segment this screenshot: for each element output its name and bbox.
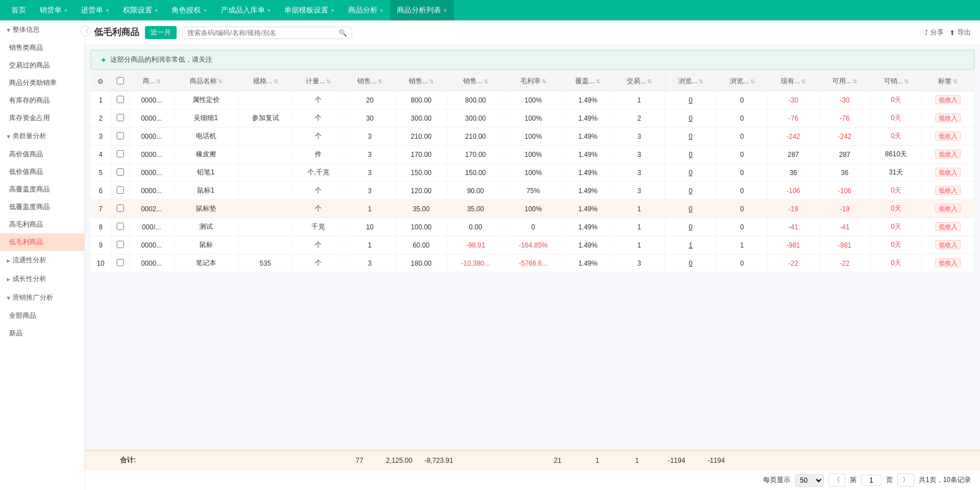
sidebar-item-high-value[interactable]: 高价值商品	[0, 146, 84, 163]
page-number-input[interactable]	[861, 475, 881, 486]
sidebar-item-in-stock[interactable]: 有库存的商品	[0, 92, 84, 109]
col-coverage-header[interactable]: 覆盖...⇅	[562, 72, 614, 91]
sidebar-section-growth[interactable]: ▸ 成长性分析	[0, 270, 84, 288]
row-browse1[interactable]: 0	[665, 91, 716, 109]
row-code: 0000...	[129, 164, 174, 182]
sidebar-item-traded-products[interactable]: 交易过的商品	[0, 57, 84, 74]
row-browse1[interactable]: 0	[665, 146, 716, 164]
table-row: 7 0002... 鼠标垫 个 1 35.00 35.00 100% 1.49%…	[91, 200, 974, 218]
col-checkbox[interactable]	[111, 72, 129, 91]
sidebar-section-circulation[interactable]: ▸ 流通性分析	[0, 251, 84, 270]
col-trade-header[interactable]: 交易...⇅	[614, 72, 665, 91]
col-gross-header[interactable]: 毛利率⇅	[504, 72, 562, 91]
row-sales3: 0.00	[447, 218, 504, 236]
filter-time-button[interactable]: 近一月	[145, 26, 177, 39]
settings-icon[interactable]: ⚙	[97, 78, 104, 86]
search-input[interactable]	[187, 29, 339, 37]
next-page-button[interactable]: 〉	[897, 474, 914, 487]
nav-role-auth[interactable]: 角色授权 ×	[165, 0, 213, 20]
nav-analysis-close-icon[interactable]: ×	[380, 7, 383, 14]
sidebar-section-overall[interactable]: ▾ 整体信息	[0, 20, 84, 39]
prev-page-button[interactable]: 〈	[828, 474, 845, 487]
row-gross: 100%	[504, 164, 562, 182]
sidebar-item-low-coverage[interactable]: 低覆盖度商品	[0, 198, 84, 216]
col-tag-header[interactable]: 标签⇅	[922, 72, 974, 91]
nav-sales-order[interactable]: 销货单 ×	[33, 0, 74, 20]
row-checkbox[interactable]	[111, 218, 129, 236]
nav-template-close-icon[interactable]: ×	[331, 7, 334, 14]
footer-label: 合计:	[91, 455, 142, 465]
sidebar-item-new-products[interactable]: 新品	[0, 325, 84, 342]
row-browse1[interactable]: 1	[665, 236, 716, 254]
row-browse1[interactable]: 0	[665, 200, 716, 218]
sidebar-item-low-margin[interactable]: 低毛利商品	[0, 233, 84, 251]
col-browse1-header[interactable]: 浏览...⇅	[665, 72, 716, 91]
row-trade: 3	[614, 182, 665, 200]
sidebar-item-high-coverage[interactable]: 高覆盖度商品	[0, 181, 84, 198]
row-stock1: -981	[768, 236, 819, 254]
nav-product-close-icon[interactable]: ×	[267, 7, 271, 14]
nav-permission-close-icon[interactable]: ×	[155, 7, 158, 14]
nav-product-entry[interactable]: 产成品入库单 ×	[214, 0, 277, 20]
row-checkbox[interactable]	[111, 236, 129, 254]
col-name-header[interactable]: 商品名称⇅	[174, 72, 238, 91]
row-browse1[interactable]: 0	[665, 109, 716, 127]
share-button[interactable]: ⤴ 分享	[925, 28, 944, 37]
nav-sales-close-icon[interactable]: ×	[64, 7, 67, 14]
nav-permission[interactable]: 权限设置 ×	[116, 0, 165, 20]
nav-product-analysis-list[interactable]: 商品分析列表 ×	[390, 0, 453, 20]
row-checkbox[interactable]	[111, 127, 129, 146]
sidebar-item-high-margin[interactable]: 高毛利商品	[0, 216, 84, 233]
col-stock1-header[interactable]: 现有...⇅	[768, 72, 819, 91]
row-checkbox[interactable]	[111, 91, 129, 109]
nav-purchase-close-icon[interactable]: ×	[105, 7, 109, 14]
sidebar-item-low-value[interactable]: 低价值商品	[0, 163, 84, 181]
row-coverage: 1.49%	[562, 218, 614, 236]
nav-template-setting[interactable]: 单据模板设置 ×	[277, 0, 341, 20]
row-checkbox[interactable]	[111, 182, 129, 200]
search-icon[interactable]: 🔍	[339, 29, 347, 37]
col-code-header[interactable]: 商...⇅	[129, 72, 174, 91]
nav-analysis-list-close-icon[interactable]: ×	[443, 7, 447, 14]
nav-purchase-order[interactable]: 进货单 ×	[74, 0, 115, 20]
row-browse1[interactable]: 0	[665, 218, 716, 236]
nav-role-close-icon[interactable]: ×	[203, 7, 207, 14]
export-button[interactable]: ⬆ 导出	[949, 28, 971, 37]
sidebar-section-group[interactable]: ▾ 类群量分析	[0, 127, 84, 146]
row-browse1[interactable]: 0	[665, 127, 716, 146]
select-all-checkbox[interactable]	[117, 77, 124, 84]
col-stock2-header[interactable]: 可用...⇅	[819, 72, 871, 91]
row-browse1[interactable]: 0	[665, 182, 716, 200]
sidebar-item-capital[interactable]: 库存资金占用	[0, 109, 84, 127]
page-size-select[interactable]: 50 20 100	[795, 474, 824, 487]
row-browse1[interactable]: 0	[665, 254, 716, 272]
main-content: 低毛利商品 近一月 🔍 ⤴ 分享 ⬆ 导出 ✦ 这部分商品的利润非常低，请关注	[85, 20, 980, 490]
col-stock3-header[interactable]: 可销...⇅	[870, 72, 922, 91]
sidebar-item-sales-products[interactable]: 销售类商品	[0, 39, 84, 57]
row-checkbox[interactable]	[111, 254, 129, 272]
sidebar-collapse-button[interactable]: 《	[80, 26, 91, 36]
col-browse2-header[interactable]: 浏览...⇅	[716, 72, 768, 91]
row-sales3: 170.00	[447, 146, 504, 164]
col-sales1-header[interactable]: 销售...⇅	[344, 72, 396, 91]
col-spec-header[interactable]: 规格...⇅	[238, 72, 293, 91]
row-sales1: 10	[344, 218, 396, 236]
sidebar-item-all-products[interactable]: 全部商品	[0, 307, 84, 325]
row-checkbox[interactable]	[111, 164, 129, 182]
nav-home[interactable]: 首页	[5, 0, 33, 20]
col-sales3-header[interactable]: 销售...⇅	[447, 72, 504, 91]
col-unit-header[interactable]: 计量...⇅	[293, 72, 344, 91]
col-settings[interactable]: ⚙	[91, 72, 111, 91]
row-checkbox[interactable]	[111, 146, 129, 164]
nav-product-analysis[interactable]: 商品分析 ×	[341, 0, 390, 20]
row-stock3: 0天	[870, 200, 922, 218]
row-checkbox[interactable]	[111, 200, 129, 218]
sidebar-section-marketing[interactable]: ▾ 营销推广分析	[0, 288, 84, 307]
col-sales2-header[interactable]: 销售...⇅	[396, 72, 447, 91]
row-checkbox[interactable]	[111, 109, 129, 127]
row-spec	[238, 127, 293, 146]
pagination-bar: 每页显示 50 20 100 〈 第 页 〉 共1页，10条记录	[85, 470, 980, 490]
row-num: 5	[91, 164, 111, 182]
sidebar-item-category-rate[interactable]: 商品分类助销率	[0, 74, 84, 92]
row-browse1[interactable]: 0	[665, 164, 716, 182]
